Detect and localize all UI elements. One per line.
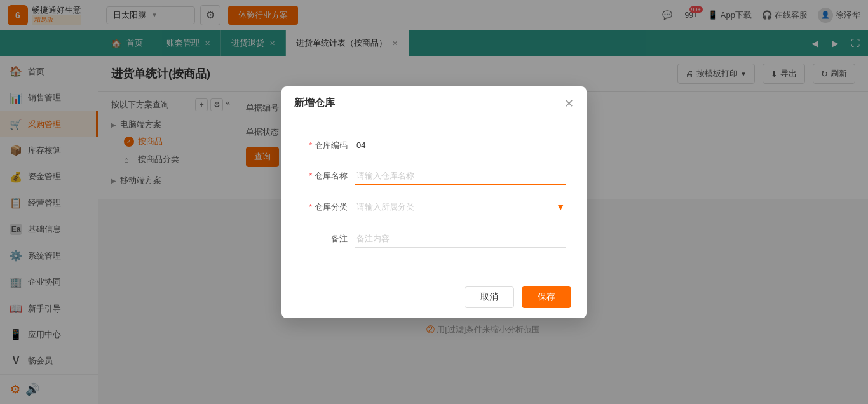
category-select[interactable]: 请输入所属分类 ▼ [355,198,566,217]
remark-input[interactable] [355,230,566,248]
form-row-code: 仓库编码 [302,137,566,154]
modal-header: 新增仓库 ✕ [281,86,587,121]
save-button[interactable]: 保存 [522,286,571,308]
cancel-button[interactable]: 取消 [465,286,514,308]
code-input[interactable] [355,137,566,154]
name-input[interactable] [355,167,566,185]
name-label: 仓库名称 [302,170,348,182]
add-warehouse-modal: 新增仓库 ✕ 仓库编码 仓库名称 仓库分类 请输入所属分类 ▼ [281,86,587,318]
modal-title: 新增仓库 [294,97,335,110]
modal-body: 仓库编码 仓库名称 仓库分类 请输入所属分类 ▼ 备注 [281,121,587,276]
category-select-arrow: ▼ [556,202,565,212]
form-row-category: 仓库分类 请输入所属分类 ▼ [302,198,566,217]
modal-footer: 取消 保存 [281,276,587,318]
form-row-remark: 备注 [302,230,566,248]
form-row-name: 仓库名称 [302,167,566,185]
modal-close-btn[interactable]: ✕ [564,97,574,111]
modal-overlay: 新增仓库 ✕ 仓库编码 仓库名称 仓库分类 请输入所属分类 ▼ [0,0,868,404]
category-label: 仓库分类 [302,201,348,213]
remark-label: 备注 [302,233,348,245]
code-label: 仓库编码 [302,140,348,151]
